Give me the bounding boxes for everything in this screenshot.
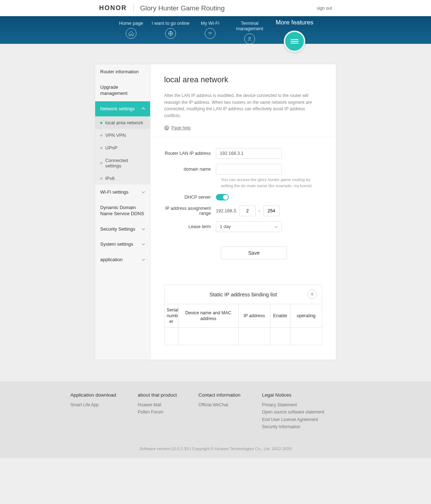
dot-icon — [100, 147, 102, 149]
range-dash: - — [259, 208, 260, 214]
table-row-empty — [164, 328, 322, 345]
nav-online-label: I want to go online — [151, 20, 190, 26]
save-button[interactable]: Save — [221, 246, 287, 259]
dot-icon — [100, 162, 102, 164]
chevron-down-icon — [142, 258, 145, 262]
main-nav: Home page I want to go online My Wi-Fi T… — [0, 16, 431, 44]
page-description: After the LAN IP address is modified, th… — [164, 92, 322, 119]
footer-link[interactable]: Privacy Statement — [262, 401, 324, 408]
add-binding-button[interactable]: + — [307, 290, 317, 299]
range-start-input[interactable] — [239, 205, 256, 216]
footer-col-title: about that product — [138, 392, 177, 398]
globe-icon — [165, 28, 176, 39]
range-label: IP address assignment range — [164, 206, 216, 216]
footer-link[interactable]: End User License Agreement — [262, 416, 324, 423]
product-title: Glory Hunter Game Routing — [140, 4, 225, 12]
sidebar-item-label: Wi-Fi settings — [100, 189, 129, 195]
footer: Application download Smart Life App abou… — [0, 382, 431, 441]
lease-label: Lease term — [164, 224, 216, 229]
footer-link[interactable]: Open source software statement — [262, 408, 324, 416]
nav-terminal-label: Terminal management — [230, 20, 269, 31]
range-end-input[interactable] — [263, 205, 280, 216]
page-help-link[interactable]: ? Page help — [164, 125, 322, 130]
chevron-down-icon — [142, 227, 145, 231]
svg-point-2 — [249, 37, 250, 39]
chevron-down-icon — [142, 190, 145, 194]
sidebar-sub-label: IPv6 — [105, 176, 115, 181]
nav-online[interactable]: I want to go online — [151, 20, 190, 39]
page-title: local area network — [164, 75, 322, 84]
sidebar-sub-upnp[interactable]: UPnP — [95, 142, 150, 154]
wifi-icon — [205, 28, 216, 39]
main-content: local area network After the LAN IP addr… — [150, 64, 336, 360]
svg-point-1 — [210, 34, 210, 35]
footer-link[interactable]: Security Information — [262, 423, 324, 430]
footer-col-title: Contact information — [198, 392, 240, 398]
dhcp-toggle[interactable] — [216, 194, 229, 200]
footer-col-title: Legal Notices — [262, 392, 324, 398]
sidebar-sub-label: local area network — [105, 120, 143, 125]
domain-input[interactable] — [216, 164, 282, 175]
brand-logo: HONOR — [99, 4, 127, 12]
sidebar-item-wifi[interactable]: Wi-Fi settings — [95, 185, 150, 200]
col-enable: Enable — [270, 304, 290, 328]
chevron-down-icon — [274, 225, 278, 228]
binding-title: Static IP address binding list — [209, 291, 277, 297]
dhcp-label: DHCP server — [164, 195, 216, 200]
col-serial: Serial numb er — [164, 304, 178, 328]
copyright: Software version:10.0.2.33 | Copyright ©… — [0, 441, 431, 458]
sidebar-item-network[interactable]: Network settings — [95, 101, 150, 117]
range-prefix: 192.168.3. — [216, 208, 237, 213]
nav-wifi[interactable]: My Wi-Fi — [190, 20, 230, 39]
binding-table: Serial numb er Device name and MAC addre… — [164, 304, 322, 345]
sidebar-item-application[interactable]: application — [95, 252, 150, 268]
sidebar-sub-connected[interactable]: Connected settings — [95, 154, 150, 172]
nav-home-label: Home page — [111, 20, 151, 26]
footer-link[interactable]: Smart Life App — [70, 401, 116, 408]
chevron-down-icon — [142, 242, 145, 246]
sidebar-item-label: System settings — [100, 241, 133, 248]
lease-select[interactable]: 1 day — [216, 221, 282, 232]
user-icon — [244, 33, 255, 44]
header-divider — [133, 4, 134, 13]
nav-terminal[interactable]: Terminal management — [230, 20, 269, 44]
sidebar-item-label: Network settings — [100, 106, 135, 112]
footer-link[interactable]: Huawei Mall — [138, 401, 177, 408]
separator — [150, 137, 336, 137]
nav-more[interactable]: More features — [269, 19, 320, 50]
dot-icon — [100, 177, 102, 180]
signout-link[interactable]: sign out — [317, 6, 332, 11]
sidebar-sub-ipv6[interactable]: IPv6 — [95, 172, 150, 185]
col-ip: IP address — [238, 304, 270, 328]
nav-wifi-label: My Wi-Fi — [190, 20, 230, 26]
domain-hint: You can access the glory hunter game rou… — [221, 177, 314, 189]
sidebar-item-security[interactable]: Security Settings — [95, 222, 150, 237]
sidebar-item-router-info[interactable]: Router information — [95, 64, 150, 80]
sidebar-item-ddns[interactable]: Dynamic Domain Name Service DDNS — [95, 200, 150, 222]
sidebar-sub-vpn[interactable]: VPN VPN — [95, 129, 150, 142]
sidebar-sub-label: UPnP — [105, 145, 117, 151]
nav-more-label: More features — [269, 19, 320, 26]
sidebar-item-label: Security Settings — [100, 226, 135, 232]
lan-ip-input[interactable] — [216, 148, 282, 159]
lease-value: 1 day — [220, 224, 231, 229]
lan-ip-label: Router LAN IP address — [164, 151, 216, 156]
sidebar-item-system[interactable]: System settings — [95, 237, 150, 252]
footer-link[interactable]: Official WeChat — [198, 401, 240, 408]
dot-icon — [100, 122, 102, 124]
settings-sidebar: Router information Upgrade management Ne… — [95, 64, 150, 360]
help-icon: ? — [164, 125, 169, 130]
footer-link[interactable]: Pollen Forum — [138, 408, 177, 416]
binding-list-box: Static IP address binding list + Serial … — [164, 285, 322, 345]
sidebar-sub-lan[interactable]: local area network — [95, 116, 150, 129]
sidebar-sub-label: Connected settings — [105, 158, 145, 168]
home-icon — [126, 28, 136, 39]
sidebar-item-upgrade[interactable]: Upgrade management — [95, 80, 150, 101]
dot-icon — [100, 134, 102, 137]
hamburger-icon[interactable] — [284, 31, 305, 52]
nav-home[interactable]: Home page — [111, 20, 151, 39]
sidebar-sub-label: VPN VPN — [105, 133, 126, 138]
chevron-up-icon — [142, 107, 145, 110]
col-device: Device name and MAC address — [178, 304, 238, 328]
page-help-label: Page help — [171, 125, 191, 130]
